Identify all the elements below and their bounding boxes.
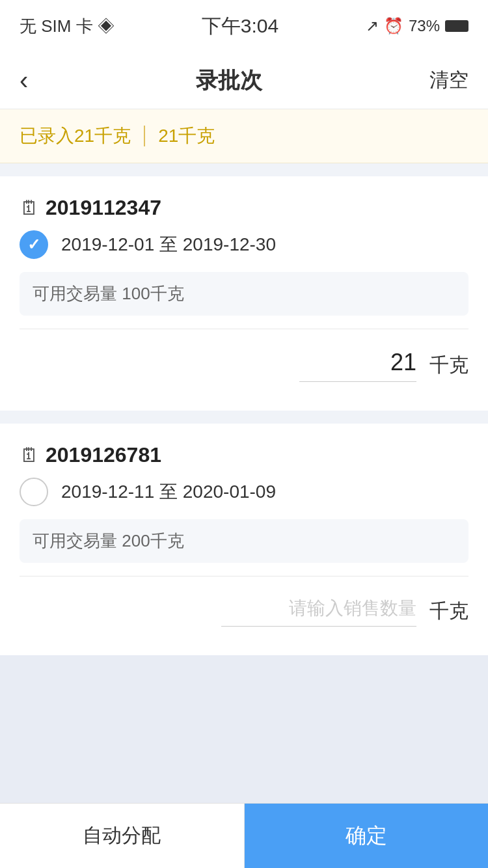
card-separator-1 (0, 411, 488, 424)
clear-button[interactable]: 清空 (429, 67, 468, 94)
page-title: 录批次 (196, 66, 262, 96)
quantity-input-2[interactable]: 请输入销售数量 (221, 596, 416, 627)
summary-banner: 已录入21千克 21千克 (0, 109, 488, 163)
batch-availability-1: 可用交易量 100千克 (20, 272, 468, 316)
location-icon: ↗ (366, 17, 379, 35)
confirm-button[interactable]: 确定 (245, 804, 489, 868)
batch-date-1: 2019-12-01 至 2019-12-30 (61, 232, 276, 257)
check-icon-1: ✓ (27, 236, 40, 254)
batch-radio-2[interactable] (20, 478, 48, 506)
batch-radio-1[interactable]: ✓ (20, 230, 48, 259)
quantity-unit-2: 千克 (429, 598, 468, 625)
quantity-row-2: 请输入销售数量 千克 (20, 590, 468, 640)
summary-divider (144, 126, 145, 146)
status-bar: 无 SIM 卡 ◈ 下午3:04 ↗ ⏰ 73% (0, 0, 488, 52)
battery-label: 73% (409, 17, 440, 35)
batch-divider-2 (20, 576, 468, 576)
quantity-placeholder-2: 请输入销售数量 (289, 596, 416, 621)
batch-icon-2: 🗓 (20, 444, 39, 467)
auto-distribute-button[interactable]: 自动分配 (0, 804, 245, 868)
quantity-value-1: 21 (390, 349, 416, 376)
batch-card-1: 🗓 2019112347 ✓ 2019-12-01 至 2019-12-30 可… (0, 176, 488, 411)
batch-icon-1: 🗓 (20, 197, 39, 219)
total-amount: 21千克 (158, 124, 215, 148)
alarm-icon: ⏰ (384, 17, 403, 35)
batch-header-2: 🗓 2019126781 (20, 443, 468, 467)
batch-card-2: 🗓 2019126781 2019-12-11 至 2020-01-09 可用交… (0, 424, 488, 655)
batch-availability-2: 可用交易量 200千克 (20, 519, 468, 563)
status-time: 下午3:04 (202, 13, 278, 40)
quantity-unit-1: 千克 (429, 352, 468, 379)
batch-date-row-1: ✓ 2019-12-01 至 2019-12-30 (20, 230, 468, 259)
back-button[interactable]: ‹ (20, 66, 28, 95)
nav-bar: ‹ 录批次 清空 (0, 52, 488, 109)
quantity-row-1: 21 千克 (20, 342, 468, 395)
status-right: ↗ ⏰ 73% (366, 17, 468, 35)
status-left: 无 SIM 卡 ◈ (20, 15, 115, 38)
batch-date-row-2: 2019-12-11 至 2020-01-09 (20, 478, 468, 506)
no-sim-label: 无 SIM 卡 ◈ (20, 15, 115, 38)
recorded-amount: 已录入21千克 (20, 124, 131, 148)
batch-date-2: 2019-12-11 至 2020-01-09 (61, 480, 276, 504)
batch-id-1: 2019112347 (46, 196, 161, 220)
batch-id-2: 2019126781 (46, 443, 161, 467)
battery-icon (445, 20, 468, 32)
quantity-input-1[interactable]: 21 (299, 349, 416, 382)
footer: 自动分配 确定 (0, 803, 488, 868)
batch-header-1: 🗓 2019112347 (20, 196, 468, 220)
batch-divider-1 (20, 329, 468, 329)
